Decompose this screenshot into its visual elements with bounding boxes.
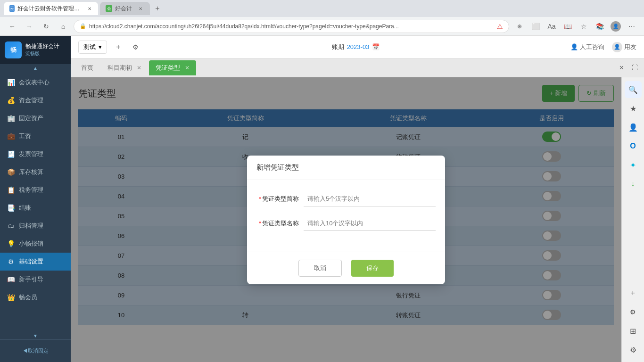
browser-chrome: 云 好会计云财务软件管理系统_会计 ✕ 会 好会计 ✕ + ← → ↻ ⌂ 🔒 … (0, 0, 644, 36)
tab-favicon: 云 (9, 5, 15, 12)
sidebar-logo: 畅 畅捷通好会计 流畅版 (0, 36, 71, 64)
tax-icon: 📋 (7, 186, 15, 194)
sidebar-scroll-up[interactable]: ▲ (0, 64, 71, 72)
alert-icon: ⚠ (497, 23, 503, 30)
salary-icon: 💼 (7, 132, 15, 140)
cancel-pin-button[interactable]: ◀取消固定 (5, 345, 66, 357)
right-panel-star[interactable]: ★ (625, 100, 642, 117)
sidebar-item-expense[interactable]: 💡 小畅报销 (0, 235, 71, 253)
abbr-input[interactable] (304, 191, 436, 206)
tab-voucher-type[interactable]: 凭证类型 ✕ (149, 60, 196, 75)
tab-subjects-close[interactable]: ✕ (137, 65, 141, 71)
right-panel-add[interactable]: + (625, 285, 642, 302)
period-info: 账期 2023-03 📅 (332, 43, 380, 51)
url-bar[interactable]: 🔒 https://cloud2.chanjet.com/accounting/… (74, 20, 509, 33)
sidebar-scroll-down[interactable]: ▼ (0, 332, 71, 339)
sidebar-item-guide[interactable]: 📖 新手引导 (0, 271, 71, 288)
modal-header: 新增凭证类型 (247, 156, 445, 180)
sidebar-item-assets[interactable]: 🏢 固定资产 (0, 109, 71, 127)
tab-expand-btn[interactable]: ⛶ (629, 62, 640, 74)
tab2-favicon: 会 (106, 5, 112, 12)
url-text: https://cloud2.chanjet.com/accounting/uh… (89, 23, 494, 30)
sidebar-item-inventory[interactable]: 📦 库存核算 (0, 163, 71, 181)
collections-btn[interactable]: 📚 (593, 20, 606, 33)
sidebar-item-label-settings: 基础设置 (19, 257, 43, 266)
user-name: 用友 (624, 43, 636, 51)
active-tab-close[interactable]: ✕ (86, 5, 92, 12)
right-panel-person[interactable]: 👤 (625, 119, 642, 136)
tab-home[interactable]: 首页 (74, 60, 100, 75)
name-input[interactable] (304, 216, 436, 231)
sidebar-item-invoice[interactable]: 🧾 发票管理 (0, 145, 71, 163)
tab-bar: 云 好会计云财务软件管理系统_会计 ✕ 会 好会计 ✕ + (0, 0, 644, 17)
right-panel: 🔍 ★ 👤 O ✦ ↓ + ⚙ ⊞ ⚙ (621, 77, 644, 362)
forward-button[interactable]: → (23, 20, 36, 33)
dashboard-icon: 📊 (7, 78, 15, 87)
sidebar-item-label-expense: 小畅报销 (19, 239, 43, 248)
content-area: 首页 科目期初 ✕ 凭证类型 ✕ ✕ ⛶ (71, 58, 644, 362)
user-btn[interactable]: 👤 用友 (612, 42, 636, 52)
sidebar-item-label-finance: 资金管理 (19, 96, 43, 105)
member-icon: 👑 (7, 293, 15, 302)
right-panel-grid[interactable]: ⊞ (625, 322, 642, 339)
sidebar-item-salary[interactable]: 💼 工资 (0, 127, 71, 145)
sidebar-item-label-archive: 归档管理 (19, 222, 43, 230)
sidebar-item-settings[interactable]: ⚙ 基础设置 (0, 253, 71, 271)
calendar-icon[interactable]: 📅 (372, 43, 380, 50)
page-and-right: 凭证类型 + 新增 ↻ 刷新 编码 凭证类型简称 凭证类型名称 (71, 77, 644, 362)
back-button[interactable]: ← (6, 20, 19, 33)
profile-btn[interactable]: 👤 (609, 20, 622, 33)
workspace-name: 测试 (83, 43, 96, 51)
app-container: 畅 畅捷通好会计 流畅版 ▲ 📊 会议表中心 💰 资金管理 🏢 固定资产 💼 (0, 36, 644, 362)
cancel-button[interactable]: 取消 (298, 260, 342, 277)
app-topbar: 测试 ▾ + ⚙ 账期 2023-03 📅 👤 人工咨询 👤 用友 (71, 36, 644, 58)
sidebar-item-label-tax: 税务管理 (19, 186, 43, 194)
workspace-selector[interactable]: 测试 ▾ (78, 41, 107, 54)
sidebar-item-label-settlement: 结账 (19, 204, 31, 212)
fav-btn[interactable]: ☆ (577, 20, 590, 33)
save-button[interactable]: 保存 (351, 260, 394, 277)
name-label: *凭证类型名称 (256, 219, 299, 228)
reader-btn[interactable]: 📖 (561, 20, 574, 33)
add-workspace-btn[interactable]: + (113, 41, 124, 53)
right-panel-feather[interactable]: ✦ (625, 156, 642, 173)
sidebar-btn[interactable]: ⬜ (529, 20, 542, 33)
form-row-name: *凭证类型名称 (256, 216, 436, 231)
right-panel-settings[interactable]: ⚙ (625, 304, 642, 321)
active-tab[interactable]: 云 好会计云财务软件管理系统_会计 ✕ (4, 2, 98, 15)
tab-voucher-type-close[interactable]: ✕ (185, 65, 190, 71)
sidebar-item-member[interactable]: 👑 畅会员 (0, 288, 71, 306)
name-required: * (259, 220, 261, 227)
translate-btn[interactable]: Aa (545, 20, 558, 33)
tab-subjects-label: 科目期初 (107, 64, 132, 72)
more-btn[interactable]: ⋯ (625, 20, 638, 33)
workspace-settings-btn[interactable]: ⚙ (130, 41, 141, 53)
sidebar-item-settlement[interactable]: 📑 结账 (0, 199, 71, 217)
sidebar-item-finance[interactable]: 💰 资金管理 (0, 91, 71, 109)
consult-btn[interactable]: 👤 人工咨询 (570, 43, 604, 51)
settlement-icon: 📑 (7, 204, 15, 212)
tab-close-all[interactable]: ✕ (616, 62, 627, 74)
home-button[interactable]: ⌂ (57, 20, 70, 33)
refresh-button[interactable]: ↻ (40, 20, 53, 33)
sidebar-item-tax[interactable]: 📋 税务管理 (0, 181, 71, 199)
right-panel-download[interactable]: ↓ (625, 175, 642, 192)
period-label: 账期 (332, 43, 344, 51)
tab-subjects[interactable]: 科目期初 ✕ (101, 60, 148, 75)
sidebar-item-label-inventory: 库存核算 (19, 168, 43, 176)
inactive-tab[interactable]: 会 好会计 ✕ (100, 2, 150, 15)
sidebar-item-dashboard[interactable]: 📊 会议表中心 (0, 74, 71, 91)
right-panel-gear-bottom[interactable]: ⚙ (625, 341, 642, 358)
settings-sidebar-icon: ⚙ (7, 257, 15, 266)
modal-footer: 取消 保存 (247, 252, 445, 284)
extensions-btn[interactable]: ⊕ (513, 20, 526, 33)
sidebar: 畅 畅捷通好会计 流畅版 ▲ 📊 会议表中心 💰 资金管理 🏢 固定资产 💼 (0, 36, 71, 362)
guide-icon: 📖 (7, 275, 15, 284)
sidebar-item-archive[interactable]: 🗂 归档管理 (0, 217, 71, 235)
right-panel-outlook[interactable]: O (625, 138, 642, 155)
inactive-tab-close[interactable]: ✕ (137, 5, 144, 12)
user-avatar: 👤 (612, 42, 622, 52)
new-tab-button[interactable]: + (152, 3, 163, 14)
assets-icon: 🏢 (7, 114, 15, 123)
right-panel-search[interactable]: 🔍 (625, 81, 642, 98)
